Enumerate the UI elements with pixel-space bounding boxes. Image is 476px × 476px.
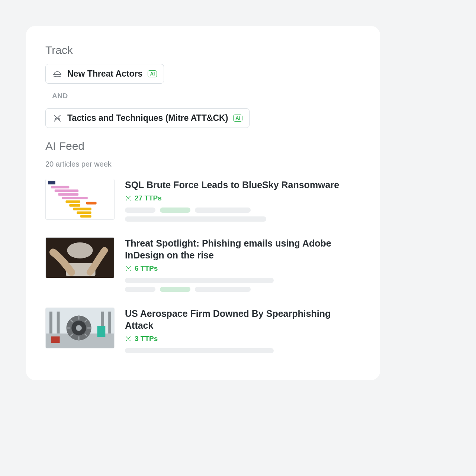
detective-hat-icon [52,69,62,79]
swords-icon [125,335,132,342]
ai-badge: AI [148,70,157,77]
placeholder-row [125,208,361,213]
svg-rect-33 [97,326,105,337]
ttp-label: 3 TTPs [135,335,158,343]
swords-icon [52,113,62,123]
svg-rect-18 [57,311,60,333]
filter-label: Tactics and Techniques (Mitre ATT&CK) [67,113,228,123]
svg-rect-9 [73,208,91,210]
article-body: Threat Spotlight: Phishing emails using … [125,237,361,296]
article-thumbnail [45,308,115,348]
placeholder-row [125,287,361,292]
article-body: SQL Brute Force Leads to BlueSky Ransomw… [125,179,361,225]
placeholder [160,208,190,213]
svg-rect-8 [86,202,97,205]
svg-rect-7 [69,204,80,207]
placeholder [125,348,274,353]
placeholder [125,287,155,292]
feed-header: AI Feed 20 articles per week [45,140,361,168]
swords-icon [125,265,132,272]
svg-rect-4 [58,193,78,196]
track-title: Track [45,44,361,57]
article-body: US Aerospace Firm Downed By Spearphishin… [125,308,361,357]
svg-rect-11 [80,215,91,218]
svg-rect-5 [62,197,88,199]
svg-rect-1 [48,181,55,184]
main-card: Track New Threat Actors AI AND [26,26,380,380]
svg-rect-6 [65,200,80,203]
ttp-count: 27 TTPs [125,194,361,202]
ttp-count: 3 TTPs [125,335,361,343]
article-row[interactable]: Threat Spotlight: Phishing emails using … [45,237,361,296]
svg-rect-2 [51,186,69,189]
placeholder [125,278,274,283]
svg-point-23 [76,325,82,331]
track-section: Track New Threat Actors AI AND [45,44,361,128]
svg-rect-3 [55,189,78,192]
article-title: Threat Spotlight: Phishing emails using … [125,237,361,261]
article-row[interactable]: SQL Brute Force Leads to BlueSky Ransomw… [45,179,361,225]
placeholder [125,208,155,213]
filter-new-threat-actors[interactable]: New Threat Actors AI [45,64,164,84]
placeholder-row [125,216,361,222]
feed-title: AI Feed [45,140,361,152]
svg-rect-20 [108,311,111,333]
swords-icon [125,195,132,202]
svg-point-13 [67,242,93,258]
article-row[interactable]: US Aerospace Firm Downed By Spearphishin… [45,308,361,357]
placeholder [195,208,251,213]
article-thumbnail [45,237,115,278]
feed-subtitle: 20 articles per week [45,160,361,168]
and-connector: AND [52,92,361,100]
article-thumbnail [45,179,115,220]
placeholder-row [125,348,361,353]
ttp-count: 6 TTPs [125,264,361,273]
placeholder-row [125,278,361,283]
svg-rect-10 [77,211,91,214]
placeholder [195,287,251,292]
placeholder [125,216,266,222]
svg-rect-32 [51,336,60,343]
ai-badge: AI [233,115,242,122]
article-title: SQL Brute Force Leads to BlueSky Ransomw… [125,179,361,191]
article-title: US Aerospace Firm Downed By Spearphishin… [125,308,361,332]
filter-label: New Threat Actors [67,69,142,79]
placeholder [160,287,190,292]
ttp-label: 6 TTPs [135,264,158,273]
filter-tactics-techniques[interactable]: Tactics and Techniques (Mitre ATT&CK) AI [45,108,250,128]
svg-rect-17 [49,311,52,333]
ttp-label: 27 TTPs [135,194,162,202]
